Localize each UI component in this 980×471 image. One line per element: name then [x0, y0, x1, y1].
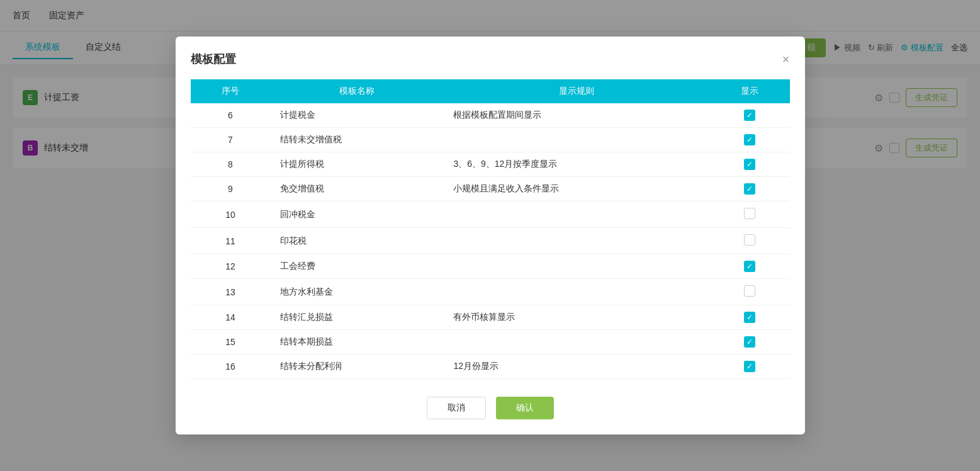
checkbox-checked[interactable]: ✓: [744, 336, 755, 348]
table-row: 7结转未交增值税✓: [191, 128, 790, 152]
cell-name: 结转未交增值税: [270, 128, 443, 152]
cell-name: 计提税金: [270, 103, 443, 128]
cell-name: 结转未分配利润: [270, 355, 443, 379]
cell-name: 地方水利基金: [270, 279, 443, 305]
col-header-rule: 显示规则: [443, 79, 709, 103]
config-table: 序号 模板名称 显示规则 显示 6计提税金根据模板配置期间显示✓7结转未交增值税…: [191, 79, 790, 379]
checkbox-unchecked[interactable]: [744, 208, 755, 219]
cell-name: 计提所得税: [270, 152, 443, 177]
table-scroll-wrap: 序号 模板名称 显示规则 显示 6计提税金根据模板配置期间显示✓7结转未交增值税…: [191, 79, 790, 392]
table-row: 14结转汇兑损益有外币核算显示✓: [191, 305, 790, 330]
cell-rule: 小规模且满足收入条件显示: [443, 177, 709, 201]
cell-seq: 13: [191, 279, 271, 305]
table-row: 15结转本期损益✓: [191, 330, 790, 355]
modal-header: 模板配置 ×: [191, 52, 790, 67]
checkbox-unchecked[interactable]: [744, 285, 755, 297]
cell-checkbox[interactable]: ✓: [710, 254, 790, 279]
cell-seq: 9: [191, 177, 271, 201]
modal-footer: 取消 确认: [191, 397, 790, 419]
cell-checkbox[interactable]: ✓: [710, 305, 790, 330]
table-row: 12工会经费✓: [191, 254, 790, 279]
table-row: 8计提所得税3、6、9、12月按季度显示✓: [191, 152, 790, 177]
cell-seq: 12: [191, 254, 271, 279]
cell-checkbox[interactable]: ✓: [710, 330, 790, 355]
cell-checkbox[interactable]: [710, 201, 790, 228]
cell-seq: 10: [191, 201, 271, 228]
cell-checkbox[interactable]: ✓: [710, 152, 790, 177]
col-header-name: 模板名称: [270, 79, 443, 103]
cell-checkbox[interactable]: [710, 228, 790, 254]
confirm-button[interactable]: 确认: [496, 397, 554, 419]
table-row: 6计提税金根据模板配置期间显示✓: [191, 103, 790, 128]
table-head: 序号 模板名称 显示规则 显示: [191, 79, 790, 103]
cell-seq: 6: [191, 103, 271, 128]
cell-checkbox[interactable]: ✓: [710, 103, 790, 128]
checkbox-checked[interactable]: ✓: [744, 159, 755, 170]
checkbox-checked[interactable]: ✓: [744, 261, 755, 272]
cell-rule: [443, 254, 709, 279]
cell-rule: 根据模板配置期间显示: [443, 103, 709, 128]
modal-title: 模板配置: [191, 52, 236, 67]
cell-rule: [443, 228, 709, 254]
table-row: 11印花税: [191, 228, 790, 254]
cell-rule: 有外币核算显示: [443, 305, 709, 330]
modal-overlay: 模板配置 × 序号 模板名称 显示规则 显示 6计提税金根据模板配置期间显示✓7…: [0, 0, 980, 471]
table-row: 10回冲税金: [191, 201, 790, 228]
cell-name: 印花税: [270, 228, 443, 254]
table-body: 6计提税金根据模板配置期间显示✓7结转未交增值税✓8计提所得税3、6、9、12月…: [191, 103, 790, 379]
modal-close-button[interactable]: ×: [782, 53, 790, 65]
cell-rule: [443, 330, 709, 355]
cell-checkbox[interactable]: [710, 279, 790, 305]
checkbox-checked[interactable]: ✓: [744, 183, 755, 195]
cell-rule: [443, 128, 709, 152]
checkbox-checked[interactable]: ✓: [744, 110, 755, 121]
cancel-button[interactable]: 取消: [427, 397, 486, 419]
modal-template-config: 模板配置 × 序号 模板名称 显示规则 显示 6计提税金根据模板配置期间显示✓7…: [176, 37, 805, 434]
checkbox-unchecked[interactable]: [744, 234, 755, 246]
cell-rule: [443, 279, 709, 305]
cell-name: 免交增值税: [270, 177, 443, 201]
cell-seq: 15: [191, 330, 271, 355]
checkbox-checked[interactable]: ✓: [744, 312, 755, 323]
col-header-seq: 序号: [191, 79, 271, 103]
cell-checkbox[interactable]: ✓: [710, 177, 790, 201]
cell-rule: 3、6、9、12月按季度显示: [443, 152, 709, 177]
cell-seq: 7: [191, 128, 271, 152]
cell-rule: [443, 201, 709, 228]
cell-name: 结转本期损益: [270, 330, 443, 355]
cell-name: 工会经费: [270, 254, 443, 279]
cell-name: 结转汇兑损益: [270, 305, 443, 330]
cell-seq: 14: [191, 305, 271, 330]
cell-checkbox[interactable]: ✓: [710, 128, 790, 152]
col-header-show: 显示: [710, 79, 790, 103]
cell-seq: 16: [191, 355, 271, 379]
checkbox-checked[interactable]: ✓: [744, 361, 755, 372]
cell-rule: 12月份显示: [443, 355, 709, 379]
table-row: 16结转未分配利润12月份显示✓: [191, 355, 790, 379]
table-row: 13地方水利基金: [191, 279, 790, 305]
cell-name: 回冲税金: [270, 201, 443, 228]
checkbox-checked[interactable]: ✓: [744, 134, 755, 145]
cell-checkbox[interactable]: ✓: [710, 355, 790, 379]
cell-seq: 8: [191, 152, 271, 177]
table-row: 9免交增值税小规模且满足收入条件显示✓: [191, 177, 790, 201]
cell-seq: 11: [191, 228, 271, 254]
